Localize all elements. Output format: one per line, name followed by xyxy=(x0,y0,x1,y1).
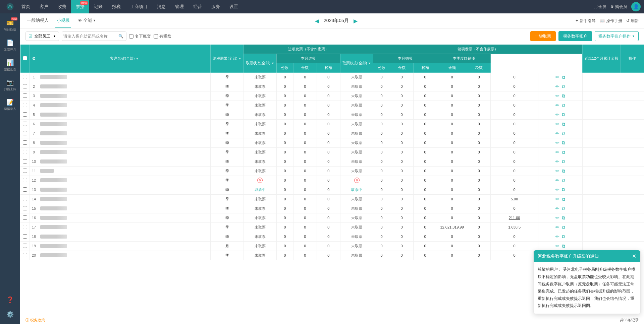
filter-icon-period[interactable]: ▼ xyxy=(238,57,241,60)
sidebar-item-help[interactable]: ❓ xyxy=(1,294,19,306)
copy-icon[interactable]: ⧉ xyxy=(562,112,565,117)
tax-digital-account-button[interactable]: 税务数字账户 xyxy=(558,31,592,41)
copy-icon[interactable]: ⧉ xyxy=(562,168,565,174)
copy-icon[interactable]: ⧉ xyxy=(562,196,565,202)
tab-small-scale[interactable]: 小规模 xyxy=(55,13,71,28)
copy-icon[interactable]: ⧉ xyxy=(562,93,565,99)
tab-general-taxpayer[interactable]: 一般纳税人 xyxy=(25,13,50,28)
tab-full[interactable]: 👁 全能 ▼ xyxy=(76,13,97,28)
notification-close-button[interactable]: ✕ xyxy=(632,253,636,259)
table-settings-icon[interactable]: ⚙ xyxy=(32,56,36,61)
edit-icon[interactable]: ✏ xyxy=(555,103,559,108)
sidebar-item-entry[interactable]: 📝 票据录入 xyxy=(1,96,19,114)
copy-icon[interactable]: ⧉ xyxy=(562,74,565,80)
one-key-fetch-button[interactable]: 一键取票 xyxy=(530,31,556,41)
checkbox-down-account[interactable]: 名下账套 xyxy=(129,34,151,39)
filter-in-status[interactable]: ▼ xyxy=(271,62,274,65)
new-guide-button[interactable]: ✦ 新手引导 xyxy=(575,18,596,24)
manual-button[interactable]: 📖 操作手册 xyxy=(600,18,622,24)
edit-icon[interactable]: ✏ xyxy=(555,93,559,99)
copy-icon[interactable]: ⧉ xyxy=(562,215,565,220)
filter-icon[interactable]: ▼ xyxy=(136,57,139,60)
row-checkbox[interactable] xyxy=(23,253,27,257)
select-all-checkbox[interactable] xyxy=(23,56,27,60)
nav-manage[interactable]: 管理 xyxy=(170,0,189,13)
nav-settings[interactable]: 设置 xyxy=(225,0,243,13)
row-checkbox[interactable] xyxy=(23,244,27,248)
tax-digital-account-ops-button[interactable]: 税务数字账户操作 ▼ xyxy=(595,31,639,41)
copy-icon[interactable]: ⧉ xyxy=(562,149,565,155)
nav-invoice[interactable]: 票据 new xyxy=(71,0,89,13)
copy-icon[interactable]: ⧉ xyxy=(562,224,565,230)
nav-business[interactable]: 工商项目 xyxy=(125,0,152,13)
nav-service[interactable]: 服务 xyxy=(207,0,225,13)
nav-client[interactable]: 客户 xyxy=(35,0,53,13)
row-checkbox[interactable] xyxy=(23,187,27,192)
edit-icon[interactable]: ✏ xyxy=(555,187,559,192)
edit-icon[interactable]: ✏ xyxy=(555,168,559,174)
row-checkbox[interactable] xyxy=(23,197,27,201)
row-checkbox[interactable] xyxy=(23,103,27,107)
sidebar-item-config[interactable]: ⚙️ xyxy=(1,308,19,321)
row-checkbox[interactable] xyxy=(23,225,27,229)
edit-icon[interactable]: ✏ xyxy=(555,149,559,155)
row-checkbox[interactable] xyxy=(23,206,27,210)
has-tax-checkbox[interactable] xyxy=(154,34,158,39)
row-checkbox[interactable] xyxy=(23,140,27,145)
policy-link[interactable]: ⓘ 税务政策 xyxy=(25,318,45,323)
edit-icon[interactable]: ✏ xyxy=(555,206,559,211)
edit-icon[interactable]: ✏ xyxy=(555,159,559,164)
edit-icon[interactable]: ✏ xyxy=(555,178,559,183)
edit-icon[interactable]: ✏ xyxy=(555,121,559,127)
row-checkbox[interactable] xyxy=(23,112,27,117)
sidebar-item-smart-fetch[interactable]: new 🎫 智能取票 xyxy=(1,17,19,35)
vip-button[interactable]: ♛ 购会员 xyxy=(610,4,627,10)
row-checkbox[interactable] xyxy=(23,93,27,98)
edit-icon[interactable]: ✏ xyxy=(555,131,559,136)
edit-icon[interactable]: ✏ xyxy=(555,140,559,145)
refresh-button[interactable]: ↺ 刷新 xyxy=(626,18,639,24)
copy-icon[interactable]: ⧉ xyxy=(562,243,565,249)
row-checkbox[interactable] xyxy=(23,159,27,164)
edit-icon[interactable]: ✏ xyxy=(555,243,559,249)
copy-icon[interactable]: ⧉ xyxy=(562,159,565,164)
sidebar-item-scan[interactable]: 📷 扫描上传 xyxy=(1,76,19,94)
edit-icon[interactable]: ✏ xyxy=(555,224,559,230)
edit-icon[interactable]: ✏ xyxy=(555,112,559,117)
edit-icon[interactable]: ✏ xyxy=(555,234,559,239)
down-account-checkbox[interactable] xyxy=(129,34,133,39)
row-checkbox[interactable] xyxy=(23,215,27,220)
search-icon[interactable]: 🔍 xyxy=(117,34,125,39)
copy-icon[interactable]: ⧉ xyxy=(562,103,565,108)
search-input[interactable] xyxy=(63,34,117,39)
copy-icon[interactable]: ⧉ xyxy=(562,206,565,211)
nav-fee[interactable]: 收费 xyxy=(53,0,71,13)
nav-home[interactable]: 首页 xyxy=(17,0,35,13)
fullscreen-button[interactable]: ⛶ 全屏 xyxy=(593,4,606,10)
period-next-button[interactable]: ▶ xyxy=(352,17,360,25)
edit-icon[interactable]: ✏ xyxy=(555,196,559,202)
row-checkbox[interactable] xyxy=(23,169,27,173)
sidebar-item-summary[interactable]: 📊 票据汇总 xyxy=(1,56,19,74)
copy-icon[interactable]: ⧉ xyxy=(562,178,565,183)
copy-icon[interactable]: ⧉ xyxy=(562,121,565,127)
row-checkbox[interactable] xyxy=(23,150,27,154)
edit-icon[interactable]: ✏ xyxy=(555,84,559,89)
edit-icon[interactable]: ✏ xyxy=(555,215,559,220)
nav-accounting[interactable]: 记账 xyxy=(89,0,107,13)
period-prev-button[interactable]: ◀ xyxy=(313,17,321,25)
nav-message[interactable]: 消息 xyxy=(152,0,170,13)
copy-icon[interactable]: ⧉ xyxy=(562,234,565,239)
filter-out-status[interactable]: ▼ xyxy=(368,62,371,65)
sidebar-item-invoice-open[interactable]: 📄 发票开具 xyxy=(1,37,19,55)
edit-icon[interactable]: ✏ xyxy=(555,74,559,80)
copy-icon[interactable]: ⧉ xyxy=(562,84,565,89)
row-checkbox[interactable] xyxy=(23,178,27,182)
nav-operation[interactable]: 经营 xyxy=(189,0,207,13)
copy-icon[interactable]: ⧉ xyxy=(562,187,565,192)
row-checkbox[interactable] xyxy=(23,131,27,135)
checkbox-has-tax[interactable]: 有税盘 xyxy=(154,34,171,39)
user-avatar[interactable]: 👤 xyxy=(631,2,641,11)
row-checkbox[interactable] xyxy=(23,234,27,239)
employee-select[interactable]: ☑ 全部员工 ▼ xyxy=(25,31,59,41)
